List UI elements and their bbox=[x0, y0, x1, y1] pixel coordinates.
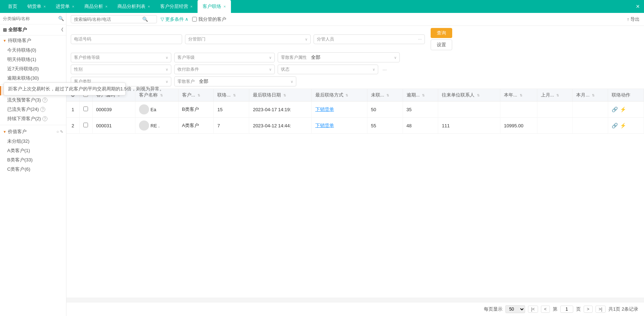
horizontal-scrollbar[interactable] bbox=[66, 298, 644, 302]
page-number-input[interactable] bbox=[560, 306, 573, 313]
search-icon[interactable]: 🔍 bbox=[142, 16, 148, 22]
nav-customer-contact[interactable]: 客户联络 × bbox=[198, 0, 231, 13]
search-wrap: 🔍 bbox=[71, 15, 157, 23]
close-customer-seg-icon[interactable]: × bbox=[190, 4, 193, 9]
sidebar-search-icon[interactable]: 🔍 bbox=[58, 16, 64, 21]
lightning-icon-2[interactable]: ⚡ bbox=[620, 123, 626, 128]
td-method-2[interactable]: 下销货单 bbox=[311, 118, 367, 134]
td-name-2: RE . bbox=[135, 118, 179, 134]
gender-chevron-icon: ∨ bbox=[166, 67, 168, 71]
sidebar-item-lost-risk[interactable]: 流失预警客户(3) ? bbox=[0, 95, 66, 105]
retail-customer-field[interactable]: 零散客户 全部 ∨ bbox=[174, 76, 296, 86]
sidebar-search-input[interactable] bbox=[3, 16, 57, 21]
close-purchase-order-icon[interactable]: × bbox=[72, 4, 74, 9]
nav-purchase-order[interactable]: 进货单 × bbox=[51, 0, 79, 13]
td-num-1: 1 bbox=[66, 102, 79, 118]
retail-attr-field[interactable]: 零散客户属性 全部 ∨ bbox=[278, 52, 400, 62]
page-size-select[interactable]: 50 100 200 bbox=[505, 305, 525, 313]
td-contact-1: 15 bbox=[214, 102, 249, 118]
nav-home[interactable]: 首页 bbox=[3, 0, 22, 13]
status-chevron-icon: ∨ bbox=[372, 67, 375, 71]
td-related-2: 111 bbox=[438, 118, 500, 134]
settings-btn[interactable]: 设置 bbox=[431, 39, 452, 50]
tooltip-box: 距客户上次交易时长，超过了此客户的平均交易周期的1.5倍，则视为异常。 bbox=[66, 82, 126, 95]
search-input[interactable] bbox=[74, 17, 142, 22]
close-all-tabs-icon[interactable]: × bbox=[636, 3, 640, 10]
close-product-analysis-list-icon[interactable]: × bbox=[148, 4, 150, 9]
filter-bar: 🔍 ▽ 更多条件 ∧ 我分管的客户 ↑ 导出 bbox=[66, 13, 644, 26]
lightning-icon-1[interactable]: ⚡ bbox=[620, 107, 626, 112]
link-icon-2[interactable]: 🔗 bbox=[612, 123, 618, 128]
sidebar-item-today[interactable]: 今天待联络(0) bbox=[0, 46, 66, 55]
last-page-btn[interactable]: >| bbox=[596, 306, 606, 313]
sidebar-value-customer-label[interactable]: ▼ 价值客户 ○ ✎ bbox=[0, 127, 66, 137]
table-row: 1 000039 Ea B类客户 15 20 bbox=[66, 102, 644, 118]
sort-last-month-icon: ⇅ bbox=[556, 94, 559, 97]
sidebar-all-customers[interactable]: ⊞ 全部客户 《 bbox=[0, 24, 66, 36]
td-overdue-2: 48 bbox=[403, 118, 438, 134]
dept-chevron-icon: ∨ bbox=[305, 37, 307, 41]
prev-page-btn[interactable]: < bbox=[541, 306, 550, 313]
th-last-month: 上月... ⇅ bbox=[537, 89, 573, 102]
sidebar-item-7days[interactable]: 近7天待联络(0) bbox=[0, 64, 66, 74]
sidebar-item-unassigned[interactable]: 未分组(32) bbox=[0, 137, 66, 146]
filter-more-dots[interactable]: ··· bbox=[383, 67, 387, 72]
td-code-2: 000031 bbox=[92, 118, 135, 134]
sidebar-item-class-b[interactable]: B类客户(33) bbox=[0, 155, 66, 165]
status-field[interactable]: 状态 ∨ bbox=[278, 65, 378, 74]
th-this-month: 本月... ⇅ bbox=[573, 89, 608, 102]
nav-sales-order[interactable]: 销货单 × bbox=[22, 0, 51, 13]
dept-field[interactable]: 分管部门 ∨ bbox=[185, 34, 311, 44]
more-conditions-btn[interactable]: ▽ 更多条件 ∧ bbox=[161, 16, 189, 23]
sidebar-item-continuous-down[interactable]: 持续下滑客户(2) ? bbox=[0, 114, 66, 123]
my-customers-checkbox[interactable] bbox=[192, 17, 197, 22]
row-checkbox-2[interactable] bbox=[83, 123, 88, 127]
row-checkbox-1[interactable] bbox=[83, 107, 88, 111]
td-method-1[interactable]: 下销货单 bbox=[311, 102, 367, 118]
close-sales-order-icon[interactable]: × bbox=[43, 4, 46, 9]
th-not-contacted: 未联... ⇅ bbox=[367, 89, 403, 102]
filter-row-1: 电话号码 分管部门 ∨ 分管人员 ··· 查询 设置 bbox=[71, 28, 640, 50]
sidebar-item-already-lost[interactable]: 已流失客户(24) ? bbox=[0, 105, 66, 114]
payment-chevron-icon: ∨ bbox=[269, 67, 272, 71]
td-year-2: 10995.00 bbox=[500, 118, 537, 134]
retail-customer-chevron-icon: ∨ bbox=[291, 80, 293, 84]
close-customer-contact-icon[interactable]: × bbox=[223, 4, 226, 9]
sort-overdue-icon: ⇅ bbox=[422, 94, 425, 97]
arrow-icon: ▼ bbox=[3, 39, 6, 43]
sidebar-pending-contact-title[interactable]: ▼ 待联络客户 bbox=[0, 36, 66, 46]
sidebar-item-class-a[interactable]: A类客户(1) bbox=[0, 146, 66, 155]
sidebar-item-class-c[interactable]: C类客户(6) bbox=[0, 165, 66, 174]
content-area: 🔍 ▽ 更多条件 ∧ 我分管的客户 ↑ 导出 电话号码 bbox=[66, 13, 644, 316]
sidebar-item-tomorrow[interactable]: 明天待联络(1) bbox=[0, 55, 66, 64]
sidebar: 🔍 ⊞ 全部客户 《 ▼ 待联络客户 今天待联络(0) 明天待联络(1) 近7天… bbox=[0, 13, 66, 316]
customer-level-field[interactable]: 客户等级 ∨ bbox=[174, 53, 275, 62]
td-checkbox-2[interactable] bbox=[79, 118, 92, 134]
td-checkbox-1[interactable] bbox=[79, 102, 92, 118]
phone-field[interactable]: 电话号码 bbox=[71, 34, 182, 44]
next-page-btn[interactable]: > bbox=[584, 306, 593, 313]
th-last-date: 最后联络日期 ⇅ bbox=[249, 89, 312, 102]
price-level-field[interactable]: 客户价格等级 ∨ bbox=[71, 53, 171, 62]
manager-field[interactable]: 分管人员 ··· bbox=[314, 34, 425, 44]
nav-customer-segmentation[interactable]: 客户分层经营 × bbox=[155, 0, 198, 13]
gender-field[interactable]: 性别 ∨ bbox=[71, 65, 171, 74]
export-btn[interactable]: ↑ 导出 bbox=[627, 16, 640, 23]
th-action: 联络动作 bbox=[608, 89, 644, 102]
first-page-btn[interactable]: |< bbox=[528, 306, 538, 313]
payment-field[interactable]: 收付款条件 ∨ bbox=[174, 65, 275, 74]
query-btn[interactable]: 查询 bbox=[431, 28, 452, 38]
edit-icon[interactable]: ○ ✎ bbox=[56, 129, 63, 134]
sort-not-contacted-icon: ⇅ bbox=[386, 94, 389, 97]
td-date-1: 2023-04-17 14:19: bbox=[249, 102, 312, 118]
sidebar-item-overdue[interactable]: 逾期未联络(30) bbox=[0, 74, 66, 83]
link-icon-1[interactable]: 🔗 bbox=[612, 107, 618, 112]
td-code-1: 000039 bbox=[92, 102, 135, 118]
chevron-up-icon: ∧ bbox=[185, 16, 189, 22]
nav-product-analysis[interactable]: 商品分析 × bbox=[79, 0, 112, 13]
nav-product-analysis-list[interactable]: 商品分析列表 × bbox=[112, 0, 155, 13]
close-product-analysis-icon[interactable]: × bbox=[105, 4, 107, 9]
td-lmonth-1 bbox=[537, 102, 573, 118]
collapse-icon: 《 bbox=[59, 27, 63, 33]
sidebar-search-bar: 🔍 bbox=[0, 13, 66, 24]
